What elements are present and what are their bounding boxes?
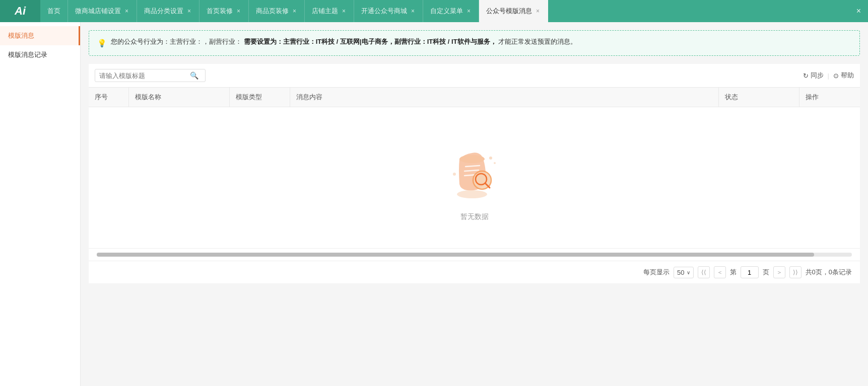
close-all-button[interactable]: × [849,0,868,22]
nav-tab-template-msg[interactable]: 公众号模版消息× [479,0,548,22]
search-input[interactable] [99,72,190,80]
nav-tab-product-category[interactable]: 商品分类设置× [137,0,199,22]
table-header-cell: 状态 [719,88,799,107]
page-size-label: 每页显示 [643,268,670,277]
toolbar-right: ↻ 同步 | ⊙ 帮助 [803,71,854,80]
page-size-value: 50 [677,269,684,276]
content-area: 💡 您的公众号行业为：主营行业：，副营行业： 需要设置为：主营行业：IT科技 /… [81,22,868,386]
svg-point-9 [494,162,496,164]
close-tab-button[interactable]: × [466,7,472,15]
sync-label: 同步 [811,71,824,80]
table-header-cell: 模版类型 [230,88,290,107]
nav-tab-home-decor[interactable]: 首页装修× [199,0,249,22]
nav-tab-wechat-shop[interactable]: 微商城店铺设置× [68,0,137,22]
notice-prefix: 您的公众号行业为：主营行业：，副营行业： [111,38,242,45]
toolbar: 🔍 ↻ 同步 | ⊙ 帮助 [89,64,860,87]
notice-banner: 💡 您的公众号行业为：主营行业：，副营行业： 需要设置为：主营行业：IT科技 /… [89,30,860,56]
sync-icon: ↻ [803,72,809,80]
nav-tab-label: 商品分类设置 [144,7,183,16]
nav-tab-label: 首页装修 [207,7,233,16]
nav-tab-product-page[interactable]: 商品页装修× [249,0,305,22]
close-tab-button[interactable]: × [292,7,297,15]
notice-text: 您的公众号行业为：主营行业：，副营行业： 需要设置为：主营行业：IT科技 / 互… [111,37,577,47]
sidebar-item-template-msg[interactable]: 模版消息 [0,26,80,45]
help-label: 帮助 [841,71,854,80]
next-page-button[interactable]: ＞ [773,266,785,278]
close-tab-button[interactable]: × [186,7,192,15]
scrollbar-area [89,248,860,261]
nav-tab-label: 开通公众号商城 [361,7,407,16]
empty-text: 暂无数据 [460,212,489,221]
notice-suffix: 才能正常发送预置的消息。 [498,38,577,45]
nav-tab-label: 公众号模版消息 [486,7,532,16]
sidebar: 模版消息模版消息记录 [0,22,81,386]
help-icon: ⊙ [833,72,839,80]
nav-tab-home[interactable]: 首页 [40,0,68,22]
logo-text: Ai [15,5,26,18]
svg-point-10 [453,173,456,176]
top-nav: Ai 首页微商城店铺设置×商品分类设置×首页装修×商品页装修×店铺主题×开通公众… [0,0,868,22]
table-header-cell: 消息内容 [290,88,719,107]
bulb-icon: 💡 [97,37,107,49]
close-tab-button[interactable]: × [341,7,347,15]
total-label: 共0页，0条记录 [806,268,852,277]
nav-tab-shop-theme[interactable]: 店铺主题× [305,0,354,22]
pagination: 每页显示 50 ∨ ⟨⟨ ＜ 第 页 ＞ ⟩⟩ 共0页，0条记录 [89,261,860,283]
empty-state: 暂无数据 [89,107,860,248]
search-icon[interactable]: 🔍 [190,71,198,80]
table-header-cell: 操作 [799,88,860,107]
main-layout: 模版消息模版消息记录 💡 您的公众号行业为：主营行业：，副营行业： 需要设置为：… [0,22,868,386]
svg-point-8 [489,157,492,160]
page-size-select[interactable]: 50 ∨ [674,267,693,278]
table-header-cell: 序号 [89,88,129,107]
page-number-input[interactable] [741,266,759,278]
sync-button[interactable]: ↻ 同步 [803,71,824,80]
nav-tab-open-shop[interactable]: 开通公众号商城× [354,0,423,22]
chevron-down-icon: ∨ [687,270,690,275]
svg-point-1 [459,155,485,163]
nav-tab-label: 首页 [47,7,60,16]
divider: | [828,72,829,80]
page-unit: 页 [763,268,769,277]
close-tab-button[interactable]: × [535,7,541,15]
sidebar-menu: 模版消息模版消息记录 [0,26,80,64]
nav-tab-label: 微商城店铺设置 [75,7,121,16]
nav-tab-label: 商品页装修 [256,7,289,16]
table-container: 🔍 ↻ 同步 | ⊙ 帮助 序号模版名称模版类型消息内容状态操作 [89,64,860,283]
horizontal-scrollbar[interactable] [97,253,852,257]
nav-tab-label: 店铺主题 [312,7,338,16]
nav-tabs: 首页微商城店铺设置×商品分类设置×首页装修×商品页装修×店铺主题×开通公众号商城… [40,0,849,22]
nav-tab-custom-menu[interactable]: 自定义菜单× [423,0,479,22]
empty-illustration [444,144,505,204]
close-tab-button[interactable]: × [410,7,416,15]
table-header-cell: 模版名称 [129,88,230,107]
sidebar-item-template-msg-record[interactable]: 模版消息记录 [0,45,80,64]
search-box: 🔍 [95,69,206,82]
page-label: 第 [730,268,737,277]
close-tab-button[interactable]: × [236,7,241,15]
nav-tab-label: 自定义菜单 [430,7,463,16]
table-header: 序号模版名称模版类型消息内容状态操作 [89,87,860,107]
app-logo: Ai [0,0,40,22]
prev-page-button[interactable]: ＜ [714,266,726,278]
last-page-button[interactable]: ⟩⟩ [789,266,802,278]
first-page-button[interactable]: ⟨⟨ [698,266,710,278]
notice-highlight: 需要设置为：主营行业：IT科技 / 互联网|电子商务，副营行业：IT科技 / I… [244,38,497,45]
scrollbar-thumb [97,253,814,257]
svg-point-0 [457,190,487,198]
help-button[interactable]: ⊙ 帮助 [833,71,854,80]
close-tab-button[interactable]: × [124,7,129,15]
